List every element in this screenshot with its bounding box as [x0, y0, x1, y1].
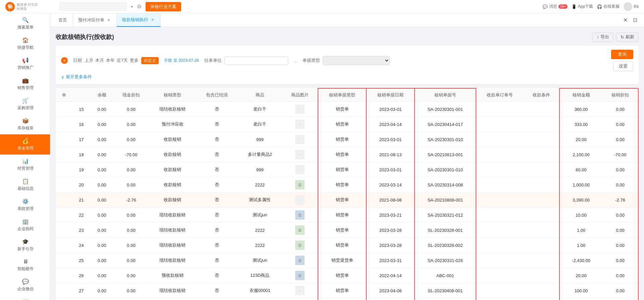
- cell-cancel_doc_no[interactable]: SL-20230328-001: [415, 223, 476, 238]
- tab-label-home: 首页: [58, 17, 67, 23]
- cell-settings: [56, 238, 72, 253]
- doc-type-select[interactable]: [323, 56, 390, 65]
- cell-receipt_order_no: [476, 223, 524, 238]
- top-search-input[interactable]: [60, 2, 127, 11]
- cell-receipt_order_no: [476, 177, 524, 192]
- sidebar-item-search-menu[interactable]: 🔍搜索菜单: [0, 13, 50, 34]
- close-tab-button[interactable]: ✕: [622, 15, 629, 25]
- refresh-button[interactable]: ↻ 刷新: [616, 32, 639, 42]
- sidebar-item-inventory[interactable]: 📦库存核算: [0, 114, 50, 134]
- tab-close-prepay[interactable]: ✕: [106, 17, 111, 23]
- cell-cancel_doc_no[interactable]: SA-20210813-001: [415, 147, 476, 162]
- cell-seq: 19: [72, 162, 90, 177]
- cell-product: 测试多属性: [237, 192, 282, 208]
- cell-cancel_doc_no[interactable]: SA-20230321-012: [415, 208, 476, 223]
- tab-close-receipt-cancel[interactable]: ✕: [150, 17, 155, 23]
- cell-cancel_doc_no[interactable]: ABC-001: [415, 268, 476, 283]
- cell-receipt_condition: [524, 177, 559, 192]
- cell-cancel_doc_type: 销货单: [318, 177, 366, 192]
- from-unit-input[interactable]: [224, 56, 288, 65]
- cell-cancel_doc_no[interactable]: SL-20230328-002: [415, 238, 476, 253]
- sidebar-item-quick-nav[interactable]: 🏠快捷导航: [0, 34, 50, 54]
- sidebar-item-system[interactable]: ⚙️系统管理: [0, 195, 50, 215]
- online-service-item[interactable]: 🎧 在线客服: [597, 4, 620, 9]
- cell-seq: 22: [72, 208, 90, 223]
- sidebar-item-sales[interactable]: 💼销售管理: [0, 74, 50, 94]
- sidebar-item-wechat[interactable]: 💬企业微信: [0, 275, 50, 295]
- sidebar-item-operation[interactable]: 📊经营管理: [0, 155, 50, 175]
- cell-include_settled: 否: [196, 162, 237, 177]
- cell-include_settled: 否: [196, 283, 237, 298]
- cell-cancel_doc_no[interactable]: SA-20230331-026: [415, 253, 476, 268]
- sidebar-item-marketing[interactable]: 📢营销推广: [0, 54, 50, 74]
- inventory-icon: 📦: [22, 118, 29, 124]
- product-thumbnail: ·: [295, 286, 305, 295]
- filter-date-this-month[interactable]: 本月: [95, 57, 104, 63]
- filter-settings-button[interactable]: 设置: [613, 61, 633, 71]
- tab-prepay[interactable]: 预付冲应付单✕: [73, 13, 117, 27]
- cell-cancel_doc_no[interactable]: SL-20230418-001: [415, 298, 476, 300]
- cell-cancel_discount: -70.00: [602, 147, 638, 162]
- cell-cancel_doc_no[interactable]: SA-20230301-010: [415, 162, 476, 177]
- cell-cancel_doc_no[interactable]: SA-20230301-010: [415, 132, 476, 147]
- sidebar-item-funds[interactable]: 💰资金管理: [0, 134, 50, 155]
- cell-cancel_doc_no[interactable]: SA-20230301-001: [415, 102, 476, 117]
- table-row: 210.00-2.76收款核销否测试多属性·销货单2021-08-08SA-20…: [56, 192, 638, 208]
- sidebar-item-label: 采购管理: [17, 105, 34, 111]
- cell-cancel_amount: 10.00: [559, 208, 602, 223]
- cell-cancel_doc_no[interactable]: SA-20230414-017: [415, 117, 476, 132]
- cell-receipt_order_no: [476, 283, 524, 298]
- filter-date-last-month[interactable]: 上月: [85, 57, 93, 63]
- cell-balance: 0.00: [90, 147, 113, 162]
- page-header: 收款核销执行(按收款) ↑ 导出 ↻ 刷新: [56, 32, 639, 42]
- message-icon-item[interactable]: 💬 消息 99+: [543, 4, 568, 9]
- basic-info-icon: 📋: [22, 178, 29, 184]
- filter-date-more[interactable]: 更多: [130, 57, 139, 63]
- cell-cancel_doc_date: 2023-03-21: [366, 208, 415, 223]
- sidebar-item-label: 智能硬件: [17, 266, 34, 272]
- query-button[interactable]: 查询: [611, 50, 633, 59]
- logo: 畅 畅捷通·好生意 标推版: [5, 2, 56, 11]
- tab-receipt-cancel[interactable]: 收款核销执行✕: [117, 13, 161, 27]
- cell-balance: 0.00: [90, 192, 113, 208]
- export-button[interactable]: ↑ 导出: [593, 32, 614, 42]
- table-row: 230.000.00现结收款核销否2222🖼销货单2023-03-28SL-20…: [56, 223, 638, 238]
- industry-solution-button[interactable]: 休验行业方案: [146, 2, 181, 11]
- cell-cancel_type: 收款核销: [149, 177, 196, 192]
- cell-balance: 0.00: [90, 253, 113, 268]
- cell-cancel_type: 收款核销: [149, 132, 196, 147]
- filter-date-7days[interactable]: 近7天: [117, 57, 128, 63]
- cell-balance: 0.00: [90, 162, 113, 177]
- page-container: 收款核销执行(按收款) ↑ 导出 ↻ 刷新 » 日期: [50, 27, 644, 300]
- cell-cancel_doc_type: 销货单: [318, 132, 366, 147]
- sidebar-item-enterprise[interactable]: 🏢企业协同: [0, 215, 50, 235]
- filter-collapse-button[interactable]: »: [61, 57, 68, 64]
- dropdown-arrow-icon[interactable]: ▾: [131, 4, 133, 9]
- cell-cancel_doc_no[interactable]: SA-20210808-001: [415, 192, 476, 208]
- cell-cash_discount: 0.00: [113, 208, 149, 223]
- th-settings[interactable]: ⚙: [56, 88, 72, 102]
- expand-more-conditions-button[interactable]: ∨ 展开更多条件: [61, 74, 633, 80]
- filter-date-custom-button[interactable]: 自定义: [141, 57, 159, 64]
- restore-tab-button[interactable]: ⊡: [632, 15, 639, 25]
- cell-cancel_doc_date: 2023-04-14: [366, 117, 415, 132]
- cell-cancel_doc_no[interactable]: SA-20230314-008: [415, 177, 476, 192]
- settings-icon[interactable]: ⚙: [137, 3, 142, 10]
- search-menu-icon: 🔍: [22, 17, 29, 23]
- purchase-icon: 🛒: [22, 97, 29, 104]
- tab-home[interactable]: 首页: [53, 13, 73, 27]
- th-cancel_discount: 核销折扣: [602, 88, 638, 102]
- column-settings-gear-icon[interactable]: ⚙: [62, 92, 66, 97]
- sidebar-item-purchase[interactable]: 🛒采购管理: [0, 94, 50, 114]
- sidebar-item-guide[interactable]: 🎓新手引导: [0, 235, 50, 255]
- user-profile-item[interactable]: Rit: [624, 2, 639, 11]
- app-download-item[interactable]: 📱 App下载: [572, 4, 593, 9]
- cell-cancel_doc_type: 销货单: [318, 162, 366, 177]
- sidebar-item-smart-hw[interactable]: 🖥智能硬件: [0, 255, 50, 275]
- cell-cancel_doc_no[interactable]: SL-20230408-001: [415, 283, 476, 298]
- cell-cancel_type: 现结收款核销: [149, 283, 196, 298]
- sidebar-item-basic-info[interactable]: 📋基础信息: [0, 175, 50, 195]
- sidebar-item-member[interactable]: 👑畅会员: [0, 295, 50, 300]
- system-icon: ⚙️: [22, 198, 29, 205]
- filter-date-this-year[interactable]: 本年: [106, 57, 115, 63]
